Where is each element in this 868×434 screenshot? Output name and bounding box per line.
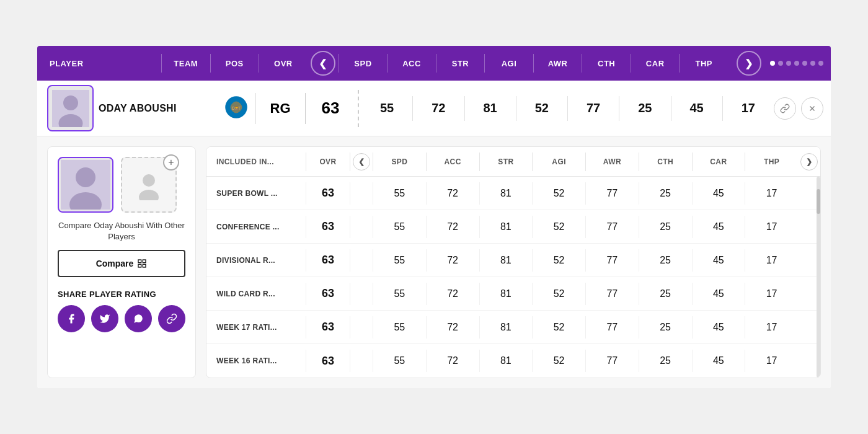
share-facebook-button[interactable] xyxy=(58,305,85,332)
row-awr: 77 xyxy=(586,221,639,232)
svg-point-1 xyxy=(63,95,78,110)
share-twitter-button[interactable] xyxy=(91,305,118,332)
add-player-button[interactable]: + xyxy=(163,154,179,170)
compare-panel: + Compare Oday Aboushi With Other Player… xyxy=(47,146,196,378)
row-name: DIVISIONAL R... xyxy=(206,256,306,265)
stats-col-car-header: CAR xyxy=(693,157,745,166)
row-car: 45 xyxy=(693,288,745,299)
row-thp: 17 xyxy=(745,355,798,366)
row-ovr: 63 xyxy=(306,187,350,200)
row-agi: 52 xyxy=(533,255,585,266)
row-name: WEEK 16 RATI... xyxy=(206,356,306,365)
row-str: 81 xyxy=(480,355,533,366)
row-thp: 17 xyxy=(745,188,798,199)
row-car: 45 xyxy=(693,355,745,366)
row-awr: 77 xyxy=(586,255,639,266)
row-spd: 55 xyxy=(373,355,426,366)
stats-next-nav[interactable]: ❯ xyxy=(800,153,818,170)
svg-point-11 xyxy=(143,174,155,187)
row-name: CONFERENCE ... xyxy=(206,223,306,231)
header-agi-col: AGI xyxy=(485,59,533,68)
row-awr: 77 xyxy=(586,188,639,199)
row-thp: 17 xyxy=(745,288,798,299)
header-thp-col: THP xyxy=(680,59,728,68)
player-cth: 25 xyxy=(619,101,670,115)
svg-point-12 xyxy=(139,190,159,200)
row-car: 45 xyxy=(693,221,745,232)
header-next-btn[interactable]: ❯ xyxy=(737,51,761,76)
compare-label: Compare Oday Aboushi With Other Players xyxy=(58,220,185,242)
main-container: PLAYER TEAM POS OVR ❮ SPD ACC STR xyxy=(37,46,831,388)
stats-col-awr-header: AWR xyxy=(586,157,639,166)
row-acc: 72 xyxy=(427,221,479,232)
row-agi: 52 xyxy=(533,221,585,232)
compare-player1-svg xyxy=(61,160,110,210)
dot-5 xyxy=(802,61,807,66)
dashed-sep xyxy=(358,90,359,127)
svg-point-9 xyxy=(76,167,95,187)
row-acc: 72 xyxy=(427,188,479,199)
row-thp: 17 xyxy=(745,322,798,333)
row-ovr: 63 xyxy=(306,287,350,300)
player-thp: 17 xyxy=(723,101,774,115)
row-awr: 77 xyxy=(586,355,639,366)
header-dashed-sep: ❮ xyxy=(308,51,339,76)
stats-prev-nav[interactable]: ❮ xyxy=(353,153,370,170)
stats-prev-btn[interactable]: ❮ xyxy=(350,153,373,170)
facebook-icon xyxy=(66,313,77,324)
stats-next-btn[interactable]: ❯ xyxy=(798,153,820,170)
row-acc: 72 xyxy=(427,322,479,333)
player-spd: 55 xyxy=(361,101,412,115)
dot-7 xyxy=(818,61,823,66)
row-spd: 55 xyxy=(373,322,426,333)
dot-1 xyxy=(770,61,775,66)
row-agi: 52 xyxy=(533,355,585,366)
row-str: 81 xyxy=(480,221,533,232)
table-row: WEEK 16 RATI... 63 55 72 81 52 77 25 45 … xyxy=(206,344,820,378)
row-acc: 72 xyxy=(427,288,479,299)
row-car: 45 xyxy=(693,255,745,266)
row-ovr: 63 xyxy=(306,321,350,334)
table-row: CONFERENCE ... 63 55 72 81 52 77 25 45 1… xyxy=(206,210,820,244)
share-link-icon xyxy=(166,313,177,324)
row-name: SUPER BOWL ... xyxy=(206,189,306,198)
row-cth: 25 xyxy=(639,255,692,266)
row-sep-2 xyxy=(350,283,350,305)
share-whatsapp-button[interactable] xyxy=(125,305,152,332)
row-cth: 25 xyxy=(639,322,692,333)
svg-rect-13 xyxy=(138,260,141,263)
link-button[interactable] xyxy=(774,97,796,120)
svg-rect-15 xyxy=(138,265,141,268)
header-spd-col: SPD xyxy=(339,59,388,68)
header-str-col: STR xyxy=(436,59,485,68)
row-car: 45 xyxy=(693,188,745,199)
row-agi: 52 xyxy=(533,322,585,333)
header-row: PLAYER TEAM POS OVR ❮ SPD ACC STR xyxy=(37,46,831,81)
row-spd: 55 xyxy=(373,188,426,199)
player-name: ODAY ABOUSHI xyxy=(99,103,177,114)
row-acc: 72 xyxy=(427,355,479,366)
row-spd: 55 xyxy=(373,221,426,232)
row-spd: 55 xyxy=(373,255,426,266)
close-button[interactable] xyxy=(801,97,823,120)
stats-table: INCLUDED IN... OVR ❮ SPD ACC STR AGI xyxy=(206,146,821,378)
dot-6 xyxy=(810,61,815,66)
row-cth: 25 xyxy=(639,355,692,366)
header-player-col: PLAYER xyxy=(37,59,161,68)
header-prev-btn[interactable]: ❮ xyxy=(311,51,335,76)
svg-rect-14 xyxy=(143,260,146,263)
player-actions xyxy=(774,97,823,120)
compare-avatar-player2-empty: + xyxy=(121,157,177,213)
share-title: SHARE PLAYER RATING xyxy=(58,290,185,299)
share-link-button[interactable] xyxy=(158,305,185,332)
row-thp: 17 xyxy=(745,255,798,266)
table-row: WEEK 17 RATI... 63 55 72 81 52 77 25 45 … xyxy=(206,311,820,344)
header-pos-col: POS xyxy=(211,59,259,68)
row-spd: 55 xyxy=(373,288,426,299)
compare-button[interactable]: Compare xyxy=(58,250,185,277)
player-name-section: ODAY ABOUSHI xyxy=(94,103,218,114)
stats-col-agi-header: AGI xyxy=(533,157,585,166)
row-str: 81 xyxy=(480,288,533,299)
compare-avatars: + xyxy=(58,157,185,213)
row-agi: 52 xyxy=(533,288,585,299)
